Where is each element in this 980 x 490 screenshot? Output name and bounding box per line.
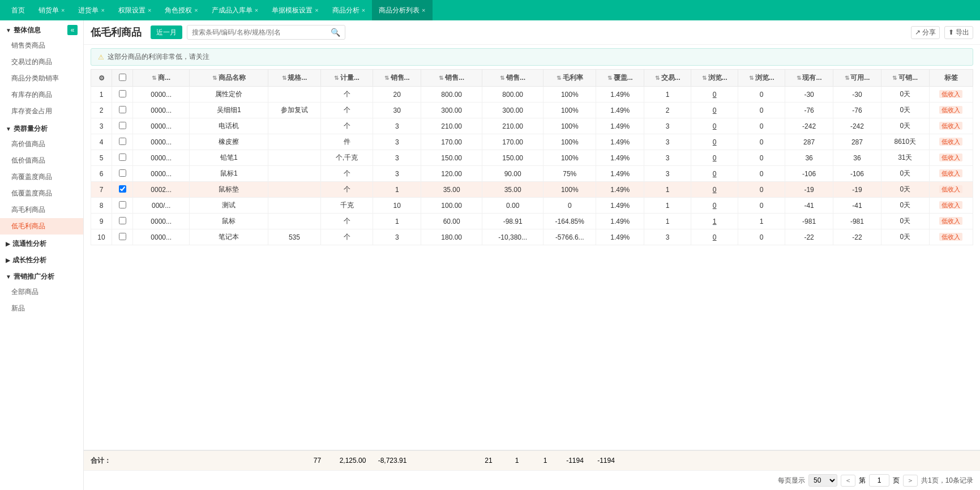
sidebar-item-category-rate[interactable]: 商品分类助销率 <box>0 70 83 87</box>
row-select-checkbox[interactable] <box>119 154 126 161</box>
row-checkbox[interactable] <box>112 87 133 103</box>
th-coverage[interactable]: 覆盖... <box>596 70 644 87</box>
sidebar-item-all-products[interactable]: 全部商品 <box>0 284 83 300</box>
sidebar-item-traded-products[interactable]: 交易过的商品 <box>0 54 83 70</box>
row-select-checkbox[interactable] <box>119 233 126 240</box>
sidebar-group-marketing[interactable]: ▼ 营销推广分析 <box>0 267 83 284</box>
nav-close-icon[interactable]: × <box>101 7 104 14</box>
row-checkbox[interactable] <box>112 134 133 150</box>
sidebar-item-new-products[interactable]: 新品 <box>0 300 83 317</box>
th-current[interactable]: 现有... <box>785 70 833 87</box>
th-sale-profit[interactable]: 销售... <box>482 70 544 87</box>
nav-home[interactable]: 首页 <box>5 0 32 20</box>
sidebar-item-sales-products[interactable]: 销售类商品 <box>0 37 83 54</box>
row-checkbox[interactable] <box>112 229 133 245</box>
sidebar-group-circulation[interactable]: ▶ 流通性分析 <box>0 235 83 251</box>
row-spec <box>268 134 321 150</box>
row-checkbox[interactable] <box>112 118 133 134</box>
th-browse1[interactable]: 浏览... <box>691 70 738 87</box>
settings-icon[interactable]: ⚙ <box>99 74 105 82</box>
share-button[interactable]: ↗ 分享 <box>911 26 940 39</box>
row-select-checkbox[interactable] <box>119 169 126 177</box>
nav-product-analysis-list[interactable]: 商品分析列表 × <box>372 0 432 20</box>
row-checkbox[interactable] <box>112 198 133 214</box>
row-browse1[interactable]: 0 <box>691 87 738 103</box>
export-button[interactable]: ⬆ 导出 <box>944 26 973 39</box>
row-select-checkbox[interactable] <box>119 201 126 208</box>
th-name[interactable]: 商品名称 <box>190 70 268 87</box>
sidebar-item-high-coverage[interactable]: 高覆盖度商品 <box>0 169 83 185</box>
row-browse1[interactable]: 0 <box>691 118 738 134</box>
next-page-button[interactable]: ＞ <box>903 475 918 487</box>
row-browse1[interactable]: 1 <box>691 214 738 229</box>
sidebar-collapse-btn[interactable]: « <box>67 25 78 35</box>
row-browse1[interactable]: 0 <box>691 182 738 198</box>
filter-button[interactable]: 近一月 <box>151 25 182 39</box>
per-page-select[interactable]: 50 100 200 <box>808 474 837 487</box>
sidebar-item-high-margin[interactable]: 高毛利商品 <box>0 202 83 218</box>
row-select-checkbox[interactable] <box>119 106 126 113</box>
nav-purchase-order[interactable]: 进货单 × <box>71 0 111 20</box>
sidebar-group-cluster[interactable]: ▼ 类群量分析 <box>0 120 83 136</box>
nav-sales-order[interactable]: 销货单 × <box>32 0 71 20</box>
th-spec[interactable]: 规格... <box>268 70 321 87</box>
nav-close-icon[interactable]: × <box>255 7 258 14</box>
nav-close-icon[interactable]: × <box>315 7 318 14</box>
row-select-checkbox[interactable] <box>119 185 126 193</box>
sidebar-item-high-value[interactable]: 高价值商品 <box>0 136 83 152</box>
nav-close-icon[interactable]: × <box>148 7 151 14</box>
search-input[interactable] <box>192 28 331 36</box>
sidebar-item-low-coverage[interactable]: 低覆盖度商品 <box>0 185 83 202</box>
th-sale-amount[interactable]: 销售... <box>421 70 482 87</box>
search-icon[interactable]: 🔍 <box>331 28 340 37</box>
row-select-checkbox[interactable] <box>119 217 126 224</box>
row-browse1[interactable]: 0 <box>691 229 738 245</box>
row-current: -22 <box>785 229 833 245</box>
th-browse2[interactable]: 浏览... <box>738 70 785 87</box>
row-checkbox[interactable] <box>112 103 133 118</box>
page-number-input[interactable] <box>869 474 889 487</box>
th-unit[interactable]: 计量... <box>320 70 373 87</box>
row-browse1[interactable]: 0 <box>691 150 738 166</box>
nav-close-icon[interactable]: × <box>362 7 365 14</box>
nav-close-icon[interactable]: × <box>61 7 65 14</box>
row-checkbox[interactable] <box>112 150 133 166</box>
th-saleable[interactable]: 可销... <box>881 70 929 87</box>
row-coverage: 1.49% <box>596 198 644 214</box>
row-select-checkbox[interactable] <box>119 122 126 129</box>
nav-product-inbound[interactable]: 产成品入库单 × <box>205 0 265 20</box>
th-available[interactable]: 可用... <box>833 70 881 87</box>
row-select-checkbox[interactable] <box>119 138 126 145</box>
nav-product-analysis[interactable]: 商品分析 × <box>326 0 372 20</box>
prev-page-button[interactable]: ＜ <box>841 475 855 487</box>
nav-permissions[interactable]: 权限设置 × <box>112 0 158 20</box>
nav-close-icon[interactable]: × <box>422 7 425 14</box>
total-sale-amount: 2,125.00 <box>333 457 373 465</box>
row-select-checkbox[interactable] <box>119 90 126 97</box>
row-name: 鼠标垫 <box>190 182 268 198</box>
row-checkbox[interactable] <box>112 214 133 229</box>
th-sale-qty[interactable]: 销售... <box>373 70 421 87</box>
sidebar-group-growth[interactable]: ▶ 成长性分析 <box>0 251 83 267</box>
row-sale-profit: 90.00 <box>482 166 544 182</box>
th-code[interactable]: 商... <box>133 70 190 87</box>
th-margin[interactable]: 毛利率 <box>544 70 596 87</box>
sidebar-item-low-value[interactable]: 低价值商品 <box>0 152 83 169</box>
select-all-checkbox[interactable] <box>119 74 126 81</box>
row-browse1[interactable]: 0 <box>691 198 738 214</box>
sidebar-item-in-stock[interactable]: 有库存的商品 <box>0 87 83 103</box>
nav-template-settings[interactable]: 单据模板设置 × <box>265 0 325 20</box>
sidebar-item-low-margin[interactable]: 低毛利商品 <box>0 218 83 235</box>
row-browse1[interactable]: 0 <box>691 103 738 118</box>
row-checkbox[interactable] <box>112 182 133 198</box>
sidebar-item-inventory-capital[interactable]: 库存资金占用 <box>0 103 83 120</box>
nav-role-auth[interactable]: 角色授权 × <box>158 0 204 20</box>
row-sale-profit: 800.00 <box>482 87 544 103</box>
nav-close-icon[interactable]: × <box>194 7 198 14</box>
th-trade[interactable]: 交易... <box>644 70 691 87</box>
row-browse1[interactable]: 0 <box>691 166 738 182</box>
row-checkbox[interactable] <box>112 166 133 182</box>
sidebar-group-overall[interactable]: ▼ 整体信息 « <box>0 20 83 37</box>
th-settings[interactable]: ⚙ <box>91 70 112 87</box>
row-browse1[interactable]: 0 <box>691 134 738 150</box>
